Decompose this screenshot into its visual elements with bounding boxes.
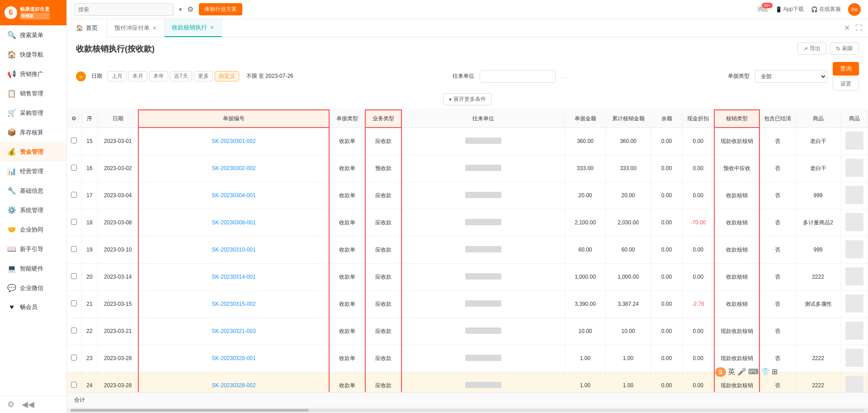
- app-download-link[interactable]: 📱 App下载: [775, 5, 804, 13]
- table-settings-icon[interactable]: ⚙: [71, 115, 76, 122]
- cell-goods: 测试多属性: [796, 290, 841, 318]
- col-verify-type-header: 核销类型: [714, 110, 760, 128]
- cell-checkbox[interactable]: [67, 155, 81, 182]
- cell-biz-type: 应收款: [365, 209, 401, 236]
- nav-label-hardware: 智能硬件: [20, 265, 43, 273]
- tab-prepay[interactable]: 预付冲应付单 ✕: [107, 19, 165, 37]
- sidebar-item-finance[interactable]: 💰资金管理: [0, 142, 66, 161]
- row-checkbox[interactable]: [71, 192, 77, 198]
- row-checkbox[interactable]: [71, 273, 77, 279]
- cell-checkbox[interactable]: [67, 372, 81, 392]
- voucher-no-link[interactable]: SK-20230308-001: [212, 219, 255, 226]
- collapse-icon[interactable]: ◀◀: [22, 399, 34, 409]
- date-custom-btn[interactable]: 自定义: [215, 71, 239, 81]
- row-checkbox[interactable]: [71, 138, 77, 143]
- sidebar-bottom: ⚙ ◀◀: [0, 395, 66, 413]
- cell-checkbox[interactable]: [67, 182, 81, 209]
- tab-home[interactable]: 🏠 首页: [67, 19, 107, 37]
- cell-checkbox[interactable]: [67, 318, 81, 345]
- voucher-type-select[interactable]: 全部: [755, 70, 827, 83]
- cell-checkbox[interactable]: [67, 209, 81, 236]
- filter-toggle-button[interactable]: »: [76, 71, 86, 81]
- home-icon: 🏠: [76, 24, 83, 31]
- solution-button[interactable]: 体验行业方案: [199, 3, 242, 15]
- sidebar-nav: 🔍搜索菜单🏠快捷导航📢营销推广📋销售管理🛒采购管理📦库存核算💰资金管理📊经营管理…: [0, 25, 66, 395]
- sidebar-item-hardware[interactable]: 💻智能硬件: [0, 259, 66, 278]
- tab-close-all-icon[interactable]: ✕: [844, 24, 850, 32]
- refresh-button[interactable]: ↻ 刷新: [830, 43, 859, 55]
- cell-checkbox[interactable]: [67, 236, 81, 263]
- search-input[interactable]: [74, 3, 174, 16]
- tab-close-collection[interactable]: ✕: [210, 24, 214, 31]
- col-settings-header[interactable]: ⚙: [67, 110, 81, 128]
- voucher-no-link[interactable]: SK-20230304-001: [212, 192, 255, 199]
- notification-icon[interactable]: 消息 99+: [757, 5, 768, 13]
- date-7days-btn[interactable]: 近7天: [170, 71, 192, 81]
- table-container[interactable]: ⚙ 序 日期 单据编号 单据类型 业务类型 往来单位 单据金额 累计核销金额 余…: [67, 109, 868, 392]
- cell-num: 17: [81, 182, 98, 209]
- date-more-btn[interactable]: 更多: [194, 71, 213, 81]
- cell-checkbox[interactable]: [67, 263, 81, 290]
- row-checkbox[interactable]: [71, 165, 77, 171]
- cell-verify-type: 收款核销: [714, 290, 760, 318]
- voucher-no-link[interactable]: SK-20230328-002: [212, 382, 255, 389]
- cell-checkbox[interactable]: [67, 345, 81, 372]
- cell-voucher-no: SK-20230308-001: [138, 209, 329, 236]
- row-checkbox[interactable]: [71, 355, 77, 361]
- export-button[interactable]: ↗ 导出: [797, 43, 826, 55]
- sidebar-item-basic[interactable]: 🔧基础信息: [0, 181, 66, 200]
- topbar-gear-icon[interactable]: ⚙: [187, 5, 193, 14]
- tab-fullscreen-icon[interactable]: ⛶: [855, 24, 863, 32]
- date-last-month-btn[interactable]: 上月: [108, 71, 127, 81]
- sidebar-item-shortcut[interactable]: 🏠快捷导航: [0, 45, 66, 64]
- user-avatar[interactable]: Rit: [848, 3, 861, 16]
- horizontal-scrollbar[interactable]: [67, 408, 868, 413]
- row-checkbox[interactable]: [71, 328, 77, 333]
- settings-icon[interactable]: ⚙: [7, 399, 14, 409]
- sidebar-item-search[interactable]: 🔍搜索菜单: [0, 25, 66, 45]
- voucher-no-link[interactable]: SK-20230310-001: [212, 247, 255, 253]
- sidebar-item-marketing[interactable]: 📢营销推广: [0, 64, 66, 84]
- online-service-link[interactable]: 🎧 在线客服: [811, 5, 841, 13]
- sidebar-item-member[interactable]: ♥畅会员: [0, 298, 66, 317]
- row-checkbox[interactable]: [71, 382, 77, 388]
- nav-icon-guide: 📖: [7, 245, 16, 253]
- cell-include-settled: 否: [760, 155, 796, 182]
- date-this-year-btn[interactable]: 本年: [149, 71, 168, 81]
- sidebar-item-purchase[interactable]: 🛒采购管理: [0, 103, 66, 123]
- sidebar-item-operation[interactable]: 📊经营管理: [0, 161, 66, 181]
- cell-checkbox[interactable]: [67, 290, 81, 318]
- sidebar-item-inventory[interactable]: 📦库存核算: [0, 123, 66, 142]
- row-checkbox[interactable]: [71, 219, 77, 225]
- query-button[interactable]: 查询: [833, 62, 859, 76]
- voucher-no-link[interactable]: SK-20230301-002: [212, 138, 255, 144]
- cell-goods: 2222: [796, 345, 841, 372]
- voucher-no-link[interactable]: SK-20230328-001: [212, 355, 255, 361]
- cell-date: 2023-03-28: [98, 372, 138, 392]
- sidebar-item-corp[interactable]: 🤝企业协同: [0, 220, 66, 239]
- cell-date: 2023-03-02: [98, 155, 138, 182]
- cell-checkbox[interactable]: [67, 128, 81, 155]
- tab-collection[interactable]: 收款核销执行 ✕: [165, 19, 222, 37]
- voucher-no-link[interactable]: SK-20230314-001: [212, 274, 255, 280]
- sidebar-item-system[interactable]: ⚙️系统管理: [0, 200, 66, 220]
- voucher-no-link[interactable]: SK-20230321-003: [212, 328, 255, 334]
- topbar-dropdown[interactable]: ▾: [179, 6, 182, 13]
- cell-cumulative: 10.00: [606, 318, 651, 345]
- cell-biz-type: 应收款: [365, 345, 401, 372]
- sidebar-item-guide[interactable]: 📖新手引导: [0, 239, 66, 259]
- date-this-month-btn[interactable]: 本月: [128, 71, 147, 81]
- row-checkbox[interactable]: [71, 300, 77, 306]
- partner-filter-input[interactable]: [480, 70, 556, 83]
- data-table: ⚙ 序 日期 单据编号 单据类型 业务类型 往来单位 单据金额 累计核销金额 余…: [67, 109, 868, 392]
- expand-filter-button[interactable]: ▾ 展开更多条件: [443, 93, 492, 105]
- voucher-no-link[interactable]: SK-20230302-002: [212, 165, 255, 171]
- col-cash-discount-header: 现金折扣: [683, 110, 714, 128]
- filter-settings-button[interactable]: 设置: [833, 77, 859, 90]
- cell-voucher-type: 收款单: [329, 290, 365, 318]
- tab-close-prepay[interactable]: ✕: [152, 25, 157, 31]
- row-checkbox[interactable]: [71, 246, 77, 252]
- sidebar-item-sales[interactable]: 📋销售管理: [0, 84, 66, 103]
- voucher-no-link[interactable]: SK-20230315-002: [212, 301, 255, 307]
- sidebar-item-wechat[interactable]: 💬企业微信: [0, 278, 66, 298]
